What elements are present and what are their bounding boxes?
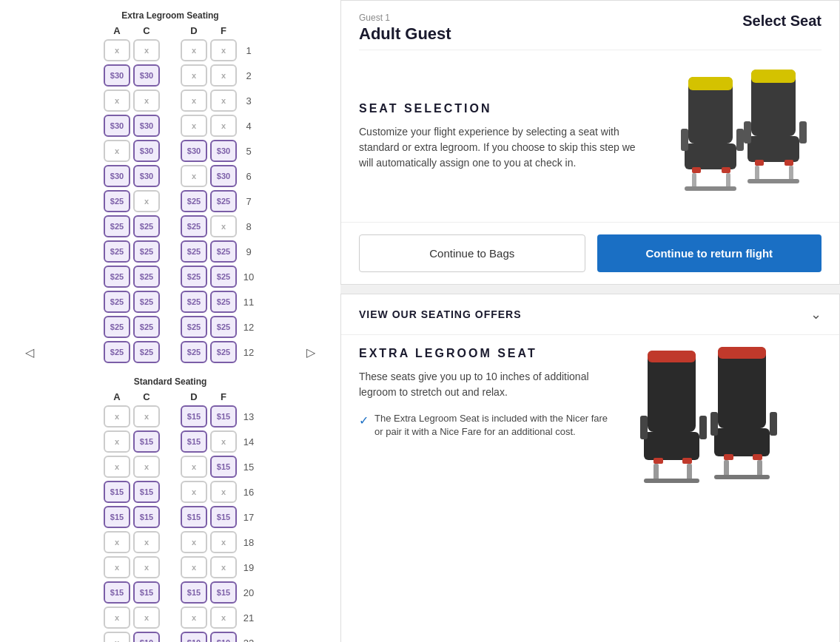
seat-10a[interactable]: $25	[104, 266, 130, 288]
seat-12c[interactable]: $25	[133, 341, 160, 363]
seat-21d[interactable]: x	[181, 606, 207, 629]
seat-14a[interactable]: x	[104, 430, 130, 453]
seat-14f[interactable]: x	[210, 430, 237, 453]
seat-4c[interactable]: $30	[133, 115, 160, 137]
row-17-num: 17	[240, 512, 258, 523]
seat-11d[interactable]: $25	[181, 291, 207, 313]
seat-4d[interactable]: x	[181, 115, 207, 137]
seat-11c[interactable]: $25	[133, 291, 160, 313]
seat-1d[interactable]: x	[181, 39, 207, 61]
seat-19c[interactable]: x	[133, 556, 160, 578]
seat-14c[interactable]: $15	[133, 430, 160, 453]
seat-5f[interactable]: $30	[210, 140, 237, 162]
seat-7d[interactable]: $25	[181, 190, 207, 212]
prev-arrow[interactable]: ◁	[22, 341, 37, 363]
seat-1f[interactable]: x	[210, 39, 237, 61]
seat-4a[interactable]: $30	[104, 115, 130, 137]
seat-15a[interactable]: x	[104, 456, 130, 478]
seat-19a[interactable]: x	[104, 556, 130, 578]
seat-20c[interactable]: $15	[133, 581, 160, 604]
seat-3f[interactable]: x	[210, 89, 237, 112]
seat-22d[interactable]: $10	[181, 632, 207, 642]
seat-8f[interactable]: x	[210, 215, 237, 237]
seat-12c[interactable]: $25	[133, 316, 160, 338]
seat-3c[interactable]: x	[133, 89, 160, 112]
seat-9c[interactable]: $25	[133, 240, 160, 263]
seat-8a[interactable]: $25	[104, 215, 130, 237]
col-f: F	[210, 25, 237, 36]
seat-6a[interactable]: $30	[104, 165, 130, 187]
seat-3a[interactable]: x	[104, 89, 130, 112]
seat-13d[interactable]: $15	[181, 405, 207, 428]
seat-22a[interactable]: x	[104, 632, 130, 642]
seat-8c[interactable]: $25	[133, 215, 160, 237]
seat-10c[interactable]: $25	[133, 266, 160, 288]
seat-16c[interactable]: $15	[133, 481, 160, 503]
seat-7c[interactable]: x	[133, 190, 160, 212]
seat-14d[interactable]: $15	[181, 430, 207, 453]
seat-21a[interactable]: x	[104, 606, 130, 629]
seat-13c[interactable]: x	[133, 405, 160, 428]
continue-to-return-button[interactable]: Continue to return flight	[597, 234, 822, 272]
seat-11a[interactable]: $25	[104, 291, 130, 313]
seat-5d[interactable]: $30	[181, 140, 207, 162]
seat-21f[interactable]: x	[210, 606, 237, 629]
seat-5a[interactable]: x	[104, 140, 130, 162]
seat-12a[interactable]: $25	[104, 316, 130, 338]
seat-22c[interactable]: $10	[133, 632, 160, 642]
seat-1a[interactable]: x	[104, 39, 130, 61]
seat-21c[interactable]: x	[133, 606, 160, 629]
seat-7f[interactable]: $25	[210, 190, 237, 212]
seat-18f[interactable]: x	[210, 531, 237, 553]
seat-3d[interactable]: x	[181, 89, 207, 112]
offers-header[interactable]: VIEW OUR SEATING OFFERS ⌄	[341, 294, 839, 334]
seat-17f[interactable]: $15	[210, 506, 237, 528]
seat-17c[interactable]: $15	[133, 506, 160, 528]
seat-16d[interactable]: x	[181, 481, 207, 503]
seat-12d[interactable]: $25	[181, 341, 207, 363]
seat-16f[interactable]: x	[210, 481, 237, 503]
seat-7a[interactable]: $25	[104, 190, 130, 212]
seat-4f[interactable]: x	[210, 115, 237, 137]
seat-12a[interactable]: $25	[104, 341, 130, 363]
seat-15d[interactable]: x	[181, 456, 207, 478]
svg-rect-39	[714, 475, 770, 479]
seat-5c[interactable]: $30	[133, 140, 160, 162]
seat-8d[interactable]: $25	[181, 215, 207, 237]
seat-17a[interactable]: $15	[104, 506, 130, 528]
seat-9d[interactable]: $25	[181, 240, 207, 263]
seat-9f[interactable]: $25	[210, 240, 237, 263]
seat-13a[interactable]: x	[104, 405, 130, 428]
seat-13f[interactable]: $15	[210, 405, 237, 428]
seat-18a[interactable]: x	[104, 531, 130, 553]
seat-9a[interactable]: $25	[104, 240, 130, 263]
seat-2d[interactable]: x	[181, 64, 207, 87]
seat-19f[interactable]: x	[210, 556, 237, 578]
seat-15f[interactable]: $15	[210, 456, 237, 478]
seat-17d[interactable]: $15	[181, 506, 207, 528]
seat-20f[interactable]: $15	[210, 581, 237, 604]
seat-6d[interactable]: x	[181, 165, 207, 187]
seat-10d[interactable]: $25	[181, 266, 207, 288]
seat-12d[interactable]: $25	[181, 316, 207, 338]
continue-to-bags-button[interactable]: Continue to Bags	[359, 234, 585, 272]
seat-2a[interactable]: $30	[104, 64, 130, 87]
seat-6c[interactable]: $30	[133, 165, 160, 187]
seat-11f[interactable]: $25	[210, 291, 237, 313]
seat-16a[interactable]: $15	[104, 481, 130, 503]
seat-18d[interactable]: x	[181, 531, 207, 553]
seat-12f[interactable]: $25	[210, 341, 237, 363]
seat-19d[interactable]: x	[181, 556, 207, 578]
seat-20d[interactable]: $15	[181, 581, 207, 604]
seat-22f[interactable]: $10	[210, 632, 237, 642]
next-arrow[interactable]: ▷	[303, 341, 318, 363]
seat-20a[interactable]: $15	[104, 581, 130, 604]
seat-15c[interactable]: x	[133, 456, 160, 478]
seat-12f[interactable]: $25	[210, 316, 237, 338]
seat-6f[interactable]: $30	[210, 165, 237, 187]
seat-1c[interactable]: x	[133, 39, 160, 61]
seat-10f[interactable]: $25	[210, 266, 237, 288]
seat-18c[interactable]: x	[133, 531, 160, 553]
seat-2f[interactable]: x	[210, 64, 237, 87]
seat-2c[interactable]: $30	[133, 64, 160, 87]
